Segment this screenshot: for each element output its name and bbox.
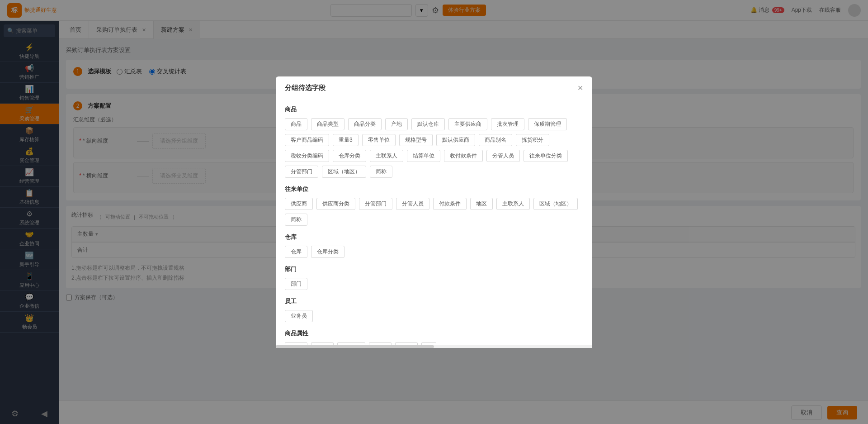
field-tag-0-19[interactable]: 收付款条件 bbox=[444, 150, 483, 162]
field-tag-1-1[interactable]: 供应商分类 bbox=[316, 198, 355, 210]
field-group-title-5: 商品属性 bbox=[285, 329, 583, 338]
field-tag-1-3[interactable]: 分管人员 bbox=[396, 198, 429, 210]
field-group-title-4: 员工 bbox=[285, 297, 583, 305]
field-tag-0-15[interactable]: 税收分类编码 bbox=[285, 150, 329, 162]
modal-overlay: 分组待选字段 ✕ 商品商品商品类型商品分类产地默认仓库主要供应商批次管理保质期管… bbox=[0, 0, 868, 424]
field-tag-1-7[interactable]: 区域（地区） bbox=[533, 198, 578, 210]
field-tag-0-1[interactable]: 商品类型 bbox=[311, 118, 344, 130]
modal-header: 分组待选字段 ✕ bbox=[276, 76, 592, 98]
field-tag-0-23[interactable]: 区域（地区） bbox=[322, 166, 366, 178]
field-group-title-3: 部门 bbox=[285, 265, 583, 273]
field-group-4: 员工业务员 bbox=[285, 297, 583, 322]
field-group-5: 商品属性属性颜色多规格尺码鞋码1 bbox=[285, 329, 583, 345]
field-group-0: 商品商品商品类型商品分类产地默认仓库主要供应商批次管理保质期管理客户商品编码重量… bbox=[285, 105, 583, 178]
field-tag-0-24[interactable]: 简称 bbox=[370, 166, 392, 178]
field-tag-0-8[interactable]: 客户商品编码 bbox=[285, 134, 329, 146]
field-tag-0-21[interactable]: 往来单位分类 bbox=[524, 150, 568, 162]
field-tag-0-13[interactable]: 商品别名 bbox=[479, 134, 512, 146]
field-tags-4: 业务员 bbox=[285, 310, 583, 322]
field-tag-0-3[interactable]: 产地 bbox=[385, 118, 408, 130]
horizontal-scrollbar[interactable] bbox=[276, 345, 592, 348]
field-group-3: 部门部门 bbox=[285, 265, 583, 290]
field-tag-0-6[interactable]: 批次管理 bbox=[491, 118, 524, 130]
field-group-title-1: 往来单位 bbox=[285, 185, 583, 193]
field-tag-0-18[interactable]: 结算单位 bbox=[407, 150, 440, 162]
field-tag-0-7[interactable]: 保质期管理 bbox=[528, 118, 567, 130]
field-tag-0-20[interactable]: 分管人员 bbox=[486, 150, 520, 162]
field-group-2: 仓库仓库仓库分类 bbox=[285, 233, 583, 258]
field-tag-1-0[interactable]: 供应商 bbox=[285, 198, 313, 210]
field-tag-1-6[interactable]: 主联系人 bbox=[496, 198, 530, 210]
field-group-title-2: 仓库 bbox=[285, 233, 583, 241]
field-tag-0-22[interactable]: 分管部门 bbox=[285, 166, 318, 178]
field-tag-3-0[interactable]: 部门 bbox=[285, 278, 307, 290]
modal-title: 分组待选字段 bbox=[285, 84, 326, 92]
field-tag-0-12[interactable]: 默认供应商 bbox=[436, 134, 475, 146]
field-tag-0-4[interactable]: 默认仓库 bbox=[411, 118, 445, 130]
field-tag-0-17[interactable]: 主联系人 bbox=[370, 150, 403, 162]
field-tag-2-1[interactable]: 仓库分类 bbox=[311, 246, 344, 258]
field-tags-0: 商品商品类型商品分类产地默认仓库主要供应商批次管理保质期管理客户商品编码重量3零… bbox=[285, 118, 583, 178]
field-tag-0-11[interactable]: 规格型号 bbox=[399, 134, 433, 146]
field-tags-2: 仓库仓库分类 bbox=[285, 246, 583, 258]
field-tag-0-14[interactable]: 拣货积分 bbox=[516, 134, 549, 146]
field-tag-0-2[interactable]: 商品分类 bbox=[348, 118, 382, 130]
modal-close-btn[interactable]: ✕ bbox=[577, 84, 583, 92]
scrollbar-thumb bbox=[276, 345, 434, 348]
modal-dialog: 分组待选字段 ✕ 商品商品商品类型商品分类产地默认仓库主要供应商批次管理保质期管… bbox=[276, 76, 592, 348]
field-tags-3: 部门 bbox=[285, 278, 583, 290]
field-group-title-0: 商品 bbox=[285, 105, 583, 114]
field-tag-2-0[interactable]: 仓库 bbox=[285, 246, 307, 258]
field-tag-1-4[interactable]: 付款条件 bbox=[433, 198, 467, 210]
field-tag-0-10[interactable]: 零售单位 bbox=[362, 134, 396, 146]
modal-body: 商品商品商品类型商品分类产地默认仓库主要供应商批次管理保质期管理客户商品编码重量… bbox=[276, 98, 592, 345]
field-tag-0-0[interactable]: 商品 bbox=[285, 118, 307, 130]
field-tag-1-5[interactable]: 地区 bbox=[470, 198, 493, 210]
field-tags-1: 供应商供应商分类分管部门分管人员付款条件地区主联系人区域（地区）简称 bbox=[285, 198, 583, 226]
field-tag-1-8[interactable]: 简称 bbox=[285, 214, 307, 226]
field-tag-4-0[interactable]: 业务员 bbox=[285, 310, 313, 322]
field-tag-0-9[interactable]: 重量3 bbox=[333, 134, 359, 146]
field-group-1: 往来单位供应商供应商分类分管部门分管人员付款条件地区主联系人区域（地区）简称 bbox=[285, 185, 583, 226]
field-tag-0-16[interactable]: 仓库分类 bbox=[333, 150, 366, 162]
field-tag-0-5[interactable]: 主要供应商 bbox=[448, 118, 487, 130]
field-tag-1-2[interactable]: 分管部门 bbox=[359, 198, 392, 210]
